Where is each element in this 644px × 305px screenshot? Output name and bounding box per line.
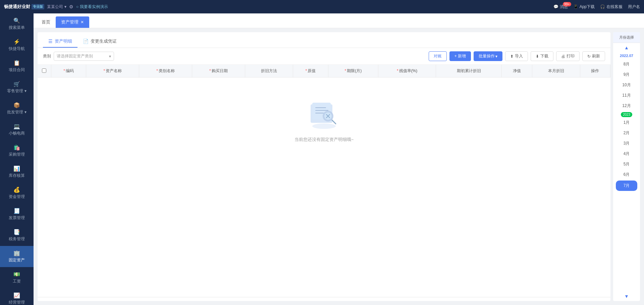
bottom-scrollbar[interactable] bbox=[38, 297, 610, 301]
user-profile[interactable]: 用户名 bbox=[628, 4, 640, 10]
month-item-11[interactable]: 11月 bbox=[613, 90, 640, 101]
sidebar-item-tax[interactable]: 📑 税务管理 bbox=[0, 225, 34, 246]
sub-tab-change-voucher[interactable]: 📄 变更生成凭证 bbox=[77, 36, 122, 48]
download-label: 下载 bbox=[540, 53, 548, 59]
app-brand: 畅捷通好业财 专业版 bbox=[4, 4, 44, 10]
top-bar-right: 💬 消息 99+ 📱 App下载 🎧 在线客服 用户名 bbox=[553, 4, 640, 10]
reconcile-label: 对账 bbox=[434, 53, 442, 59]
sidebar-item-label: 批发管理 ▾ bbox=[1, 109, 32, 115]
sidebar-item-fixed-assets[interactable]: 🏢 固定资产 bbox=[0, 246, 34, 267]
month-item-12[interactable]: 12月 bbox=[613, 101, 640, 111]
online-service-button[interactable]: 🎧 在线客服 bbox=[600, 4, 623, 10]
month-item-8[interactable]: 8月 bbox=[613, 59, 640, 69]
tab-bar: 首页 资产管理 ✕ bbox=[34, 13, 644, 28]
month-nav-down[interactable]: ▼ bbox=[623, 293, 630, 300]
sidebar-item-inventory[interactable]: 📊 库存核算 bbox=[0, 161, 34, 183]
salary-icon: 💵 bbox=[1, 271, 32, 277]
receipt-icon: 🧾 bbox=[1, 208, 32, 214]
sidebar-item-quick-nav[interactable]: ⚡ 快捷导航 bbox=[0, 35, 34, 56]
sidebar-item-label: 采购管理 bbox=[9, 152, 25, 157]
toolbar: 类别 请选择固定资产类别 ▾ 对账 + 新增 批量操作 ▾ bbox=[38, 48, 610, 65]
col-original-value: *原值 bbox=[293, 65, 328, 78]
year-label: 2022.07 bbox=[613, 52, 640, 59]
box-icon: 📦 bbox=[1, 102, 32, 108]
sidebar-item-label: 资金管理 bbox=[9, 194, 25, 199]
sidebar-item-operations[interactable]: 📈 经营管理 bbox=[0, 288, 34, 305]
asset-table: *编码 *资产名称 *类别名称 *购买日期 折旧方法 *原值 *期限(月) *残… bbox=[38, 65, 610, 78]
batch-button[interactable]: 批量操作 ▾ bbox=[474, 51, 502, 61]
main-layout: 🔍 搜索菜单 ⚡ 快捷导航 📋 项目合同 🛒 零售管理 ▾ 📦 批发管理 ▾ 💻… bbox=[0, 13, 644, 305]
demo-link[interactable]: ○ 我要看实例演示 bbox=[76, 4, 108, 10]
month-item-2[interactable]: 2月 bbox=[613, 128, 640, 138]
month-item-7[interactable]: 7月 bbox=[616, 181, 637, 191]
reconcile-button[interactable]: 对账 bbox=[429, 51, 447, 61]
month-item-9[interactable]: 9月 bbox=[613, 69, 640, 80]
refresh-button[interactable]: ↻ 刷新 bbox=[582, 51, 605, 61]
sidebar-item-label: 经营管理 bbox=[9, 300, 25, 305]
col-net-value: 净值 bbox=[502, 65, 532, 78]
cart-icon: 🛒 bbox=[1, 81, 32, 87]
import-label: 导入 bbox=[515, 53, 523, 59]
sidebar-item-salary[interactable]: 💵 工资 bbox=[0, 267, 34, 288]
svg-point-0 bbox=[312, 123, 336, 129]
computer-icon: 💻 bbox=[1, 123, 32, 130]
message-icon: 💬 bbox=[553, 4, 558, 9]
month-item-4[interactable]: 4月 bbox=[613, 149, 640, 159]
month-nav-bottom: ▼ bbox=[613, 292, 640, 301]
app-download-button[interactable]: 📱 App下载 bbox=[573, 4, 595, 10]
active-tab-label: 资产管理 bbox=[61, 19, 78, 25]
tab-home[interactable]: 首页 bbox=[38, 16, 54, 28]
home-tab-label: 首页 bbox=[42, 19, 50, 24]
app-download-label: App下载 bbox=[580, 4, 595, 10]
sub-tab-label: 资产明细 bbox=[55, 38, 72, 44]
import-button[interactable]: ⬆ 导入 bbox=[505, 51, 528, 61]
sub-tab-label: 变更生成凭证 bbox=[91, 38, 117, 44]
sidebar-item-purchase[interactable]: 🛍️ 采购管理 bbox=[0, 140, 34, 161]
month-item-6[interactable]: 6月 bbox=[613, 169, 640, 180]
month-item-1[interactable]: 1月 bbox=[613, 117, 640, 128]
sidebar-item-project[interactable]: 📋 项目合同 bbox=[0, 56, 34, 77]
company-selector[interactable]: 某某公司 ▾ bbox=[47, 4, 66, 10]
month-nav-up[interactable]: ▲ bbox=[623, 44, 630, 51]
sidebar-item-wholesale[interactable]: 📦 批发管理 ▾ bbox=[0, 98, 34, 119]
sidebar-item-label: 库存核算 bbox=[9, 173, 25, 178]
main-panel: ☰ 资产明细 📄 变更生成凭证 类别 请选择固定资产类别 ▾ bbox=[38, 32, 610, 301]
demo-text: 我要看实例演示 bbox=[80, 4, 108, 10]
col-initial-depreciation: 期初累计折旧 bbox=[436, 65, 502, 78]
sidebar-item-ecommerce[interactable]: 💻 小畅电商 bbox=[0, 119, 34, 140]
print-button[interactable]: 🖨 打印 bbox=[556, 51, 580, 61]
sub-tabs: ☰ 资产明细 📄 变更生成凭证 bbox=[38, 32, 610, 48]
page-content: ☰ 资产明细 📄 变更生成凭证 类别 请选择固定资产类别 ▾ bbox=[34, 28, 644, 305]
sidebar-item-invoice[interactable]: 🧾 发票管理 bbox=[0, 204, 34, 225]
col-period: *期限(月) bbox=[328, 65, 378, 78]
close-tab-icon[interactable]: ✕ bbox=[80, 20, 84, 24]
select-all-checkbox[interactable] bbox=[42, 68, 46, 73]
month-list: 2022.07 8月 9月 10月 11月 12月 2023 1月 2月 3月 … bbox=[613, 52, 640, 292]
user-name: 用户名 bbox=[628, 4, 640, 9]
sub-tab-asset-detail[interactable]: ☰ 资产明细 bbox=[43, 36, 77, 48]
chevron-down-icon: ▾ bbox=[64, 4, 66, 9]
empty-text: 当前您还没有固定资产明细哦~ bbox=[294, 137, 354, 143]
message-button[interactable]: 💬 消息 99+ bbox=[553, 4, 568, 10]
sidebar-item-search[interactable]: 🔍 搜索菜单 bbox=[0, 13, 34, 35]
month-item-10[interactable]: 10月 bbox=[613, 80, 640, 90]
svg-line-8 bbox=[332, 120, 336, 124]
settings-icon[interactable]: ⚙ bbox=[69, 4, 73, 9]
download-button[interactable]: ⬇ 下载 bbox=[531, 51, 553, 61]
sidebar-item-retail[interactable]: 🛒 零售管理 ▾ bbox=[0, 77, 34, 98]
sidebar-item-label: 快捷导航 bbox=[9, 46, 25, 51]
col-code: *编码 bbox=[51, 65, 86, 78]
empty-illustration bbox=[304, 98, 344, 131]
category-select[interactable]: 请选择固定资产类别 ▾ bbox=[54, 52, 114, 61]
sidebar-item-finance[interactable]: 💰 资金管理 bbox=[0, 183, 34, 204]
sidebar-item-label: 税务管理 bbox=[9, 237, 25, 241]
month-item-5[interactable]: 5月 bbox=[613, 159, 640, 169]
company-name: 某某公司 bbox=[47, 4, 63, 10]
tab-asset-management[interactable]: 资产管理 ✕ bbox=[56, 16, 89, 28]
add-button[interactable]: + 新增 bbox=[449, 51, 471, 61]
phone-icon: 📱 bbox=[573, 4, 578, 9]
month-item-3[interactable]: 3月 bbox=[613, 138, 640, 149]
shopping-icon: 🛍️ bbox=[1, 144, 32, 151]
batch-label: 批量操作 bbox=[479, 53, 495, 59]
sidebar-item-label: 发票管理 bbox=[9, 215, 25, 220]
